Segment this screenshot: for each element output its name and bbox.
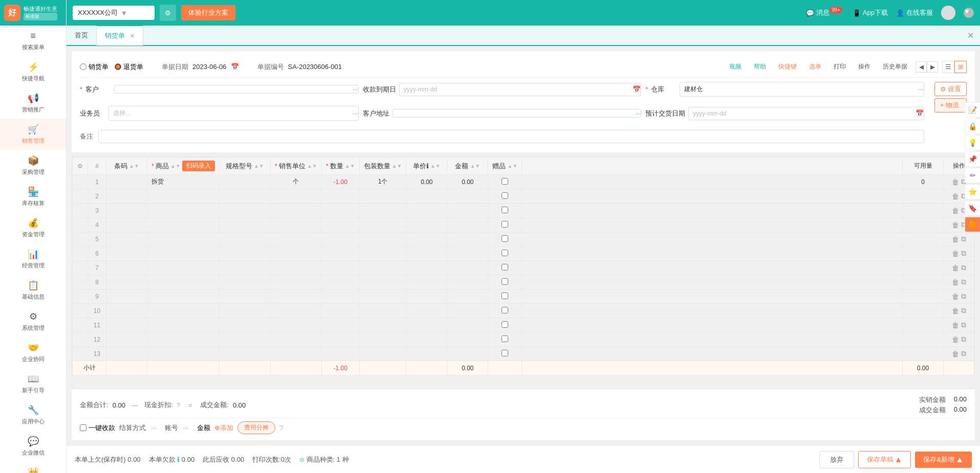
row-spec[interactable]	[219, 347, 270, 361]
delete-row-icon[interactable]: 🗑	[952, 221, 959, 229]
settings-button[interactable]: ⚙ 设置	[934, 82, 967, 96]
float-bookmark-button[interactable]: 🔖	[965, 200, 980, 216]
sidebar-item-basic[interactable]: 📋 基础信息	[0, 275, 66, 306]
row-spec[interactable]	[219, 189, 270, 204]
delete-row-icon[interactable]: 🗑	[952, 307, 959, 315]
row-unit[interactable]	[270, 289, 321, 304]
sidebar-item-marketing[interactable]: 📢 营销推广	[0, 87, 66, 119]
row-spec[interactable]	[219, 332, 270, 347]
float-lock-button[interactable]: 🔒	[965, 119, 980, 134]
row-qty[interactable]	[321, 275, 359, 289]
copy-row-icon[interactable]: ⧉	[961, 292, 966, 301]
row-gift[interactable]	[488, 261, 522, 275]
customer-address-input[interactable]	[393, 111, 634, 116]
row-spec[interactable]	[219, 232, 270, 246]
row-qty[interactable]	[321, 304, 359, 318]
delete-row-icon[interactable]: 🗑	[952, 250, 959, 258]
row-amount[interactable]	[447, 318, 488, 332]
row-gift[interactable]	[488, 304, 522, 318]
warehouse-input-wrap[interactable]: 建材仓 ···	[680, 82, 924, 97]
row-gift[interactable]	[488, 275, 522, 289]
row-price[interactable]	[406, 189, 447, 204]
col-settings[interactable]: ⚙	[73, 157, 88, 175]
row-barcode[interactable]	[106, 189, 147, 204]
sidebar-item-finance[interactable]: 💰 资金管理	[0, 212, 66, 243]
gift-checkbox[interactable]	[502, 178, 508, 185]
float-note-button[interactable]: 📝	[965, 102, 980, 118]
row-goods[interactable]	[147, 246, 220, 261]
row-barcode[interactable]	[106, 318, 147, 332]
row-pkgqty[interactable]: 1个	[359, 175, 406, 189]
col-spec[interactable]: 规格型号▲▼	[219, 157, 270, 175]
save-new-button[interactable]: 保存&新增 ▲	[915, 452, 972, 468]
due-date-input-wrap[interactable]: yyyy-mm-dd 📅	[399, 83, 642, 96]
row-goods[interactable]	[147, 332, 220, 347]
tab-sales-order[interactable]: 销货单 ✕	[96, 25, 143, 46]
row-barcode[interactable]	[106, 204, 147, 218]
video-help-button[interactable]: 视频	[725, 60, 746, 73]
col-unit[interactable]: *销售单位▲▼	[270, 157, 321, 175]
row-barcode[interactable]	[106, 289, 147, 304]
salesman-dots-button[interactable]: ···	[353, 109, 358, 117]
address-dots-button[interactable]: ···	[636, 109, 641, 117]
row-qty[interactable]	[321, 318, 359, 332]
sale-order-radio[interactable]: 销货单	[80, 62, 108, 72]
row-qty[interactable]	[321, 289, 359, 304]
sidebar-item-search[interactable]: ≡ 搜索菜单	[0, 26, 66, 56]
fee-split-button[interactable]: 费用分摊	[237, 421, 275, 434]
row-spec[interactable]	[219, 304, 270, 318]
sidebar-item-business[interactable]: 📊 经营管理	[0, 243, 66, 275]
topbar-gear-button[interactable]: ⚙	[160, 5, 176, 21]
delivery-calendar-icon[interactable]: 📅	[916, 109, 924, 117]
row-goods[interactable]	[147, 218, 220, 232]
sidebar-item-quick[interactable]: ⚡ 快捷导航	[0, 56, 66, 87]
delete-row-icon[interactable]: 🗑	[952, 278, 959, 286]
row-qty[interactable]	[321, 189, 359, 204]
gift-checkbox[interactable]	[502, 292, 508, 299]
abandon-button[interactable]: 放弃	[819, 451, 854, 468]
gift-checkbox[interactable]	[502, 221, 508, 228]
row-unit[interactable]	[270, 318, 321, 332]
float-pin-button[interactable]: 📌	[965, 151, 980, 167]
row-barcode[interactable]	[106, 261, 147, 275]
row-goods[interactable]	[147, 347, 220, 361]
row-amount[interactable]	[447, 304, 488, 318]
row-goods[interactable]: 拆货	[147, 175, 220, 189]
copy-row-icon[interactable]: ⧉	[961, 306, 966, 315]
operate-button[interactable]: 操作	[854, 60, 875, 73]
row-pkgqty[interactable]	[359, 232, 406, 246]
row-qty[interactable]	[321, 218, 359, 232]
row-pkgqty[interactable]	[359, 347, 406, 361]
row-goods[interactable]	[147, 304, 220, 318]
row-unit[interactable]	[270, 204, 321, 218]
row-gift[interactable]	[488, 246, 522, 261]
customer-input[interactable]	[115, 87, 351, 92]
notes-input[interactable]	[98, 130, 924, 143]
salesman-input-wrap[interactable]: 选择... ···	[108, 106, 359, 121]
row-unit[interactable]	[270, 304, 321, 318]
row-goods[interactable]	[147, 318, 220, 332]
float-orange-button[interactable]: 🟠	[965, 217, 980, 232]
message-button[interactable]: 💬 消息 99+	[806, 8, 844, 17]
row-amount[interactable]	[447, 218, 488, 232]
warehouse-dots-button[interactable]: ···	[918, 85, 924, 93]
user-avatar[interactable]	[941, 6, 955, 20]
row-spec[interactable]	[219, 318, 270, 332]
row-goods[interactable]	[147, 289, 220, 304]
row-gift[interactable]	[488, 318, 522, 332]
row-qty[interactable]	[321, 261, 359, 275]
row-pkgqty[interactable]	[359, 261, 406, 275]
row-price[interactable]	[406, 261, 447, 275]
row-price[interactable]	[406, 347, 447, 361]
shortcut-button[interactable]: 快捷键	[774, 60, 801, 73]
row-gift[interactable]	[488, 332, 522, 347]
row-spec[interactable]	[219, 261, 270, 275]
row-unit[interactable]	[270, 218, 321, 232]
due-date-calendar-icon[interactable]: 📅	[633, 85, 641, 93]
row-unit[interactable]: 个	[270, 175, 321, 189]
row-gift[interactable]	[488, 347, 522, 361]
delete-row-icon[interactable]: 🗑	[952, 264, 959, 272]
one-click-pay-checkbox[interactable]: 一键收款	[80, 423, 115, 433]
row-amount[interactable]	[447, 189, 488, 204]
row-gift[interactable]	[488, 232, 522, 246]
